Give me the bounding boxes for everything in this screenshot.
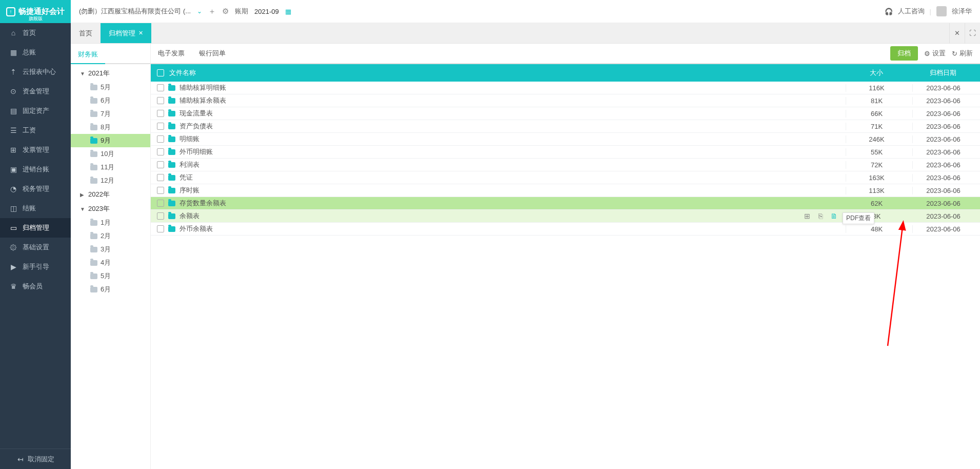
- gear-icon: ⚙: [924, 50, 930, 57]
- tab-close-all[interactable]: ✕: [949, 23, 965, 44]
- table-row[interactable]: 凭证 163K 2023-06-06: [151, 171, 980, 184]
- folder-icon: [90, 220, 97, 226]
- tree-month[interactable]: 6月: [71, 283, 150, 296]
- tree-year-2[interactable]: ▼2023年: [71, 202, 150, 216]
- support-icon[interactable]: 🎧: [885, 8, 893, 15]
- view-pdf-icon[interactable]: 🗎: [829, 211, 838, 221]
- row-checkbox[interactable]: [157, 187, 164, 194]
- refresh-button[interactable]: ↻刷新: [952, 49, 973, 58]
- sidebar-item-2[interactable]: ⇡云报表中心: [0, 62, 71, 82]
- row-checkbox[interactable]: [157, 212, 164, 220]
- tab-1[interactable]: 归档管理✕: [101, 23, 151, 43]
- cell-size: 113K: [846, 187, 907, 194]
- support-label[interactable]: 人工咨询: [898, 7, 925, 16]
- row-checkbox[interactable]: [157, 174, 164, 181]
- export-excel-icon[interactable]: ⊞: [803, 211, 812, 221]
- avatar[interactable]: [936, 6, 947, 16]
- table-row[interactable]: 现金流量表 66K 2023-06-06: [151, 107, 980, 120]
- subtab-0[interactable]: 财务账: [71, 46, 105, 63]
- tree-month[interactable]: 12月: [71, 174, 150, 187]
- add-icon[interactable]: ＋: [208, 7, 216, 16]
- sidebar-item-6[interactable]: ⊞发票管理: [0, 140, 71, 160]
- folder-icon: [90, 85, 97, 90]
- table-row[interactable]: 存货数量余额表 62K 2023-06-06: [151, 197, 980, 210]
- close-icon[interactable]: ✕: [138, 30, 143, 36]
- row-checkbox[interactable]: [157, 97, 164, 104]
- table-row[interactable]: 余额表 ⊞ ⎘ 🗎 PDF查看 3K 2023-06-06: [151, 210, 980, 223]
- folder-icon: [168, 111, 175, 116]
- file-name: 现金流量表: [179, 109, 213, 118]
- sidebar-item-1[interactable]: ▦总账: [0, 43, 71, 62]
- subtab-1[interactable]: 电子发票: [151, 45, 192, 62]
- sidebar-item-10[interactable]: ▭归档管理: [0, 218, 71, 238]
- settings-button[interactable]: ⚙设置: [924, 49, 946, 58]
- folder-icon: [168, 149, 175, 155]
- tab-fullscreen[interactable]: ⛶: [965, 23, 980, 44]
- tree-month[interactable]: 7月: [71, 107, 150, 121]
- tree-month[interactable]: 1月: [71, 216, 150, 229]
- table-row[interactable]: 辅助核算余额表 81K 2023-06-06: [151, 94, 980, 107]
- tree-month[interactable]: 5月: [71, 81, 150, 94]
- year-label: 2021年: [88, 69, 110, 78]
- sidebar-item-9[interactable]: ◫结账: [0, 199, 71, 218]
- archive-button[interactable]: 归档: [890, 46, 918, 61]
- calendar-icon[interactable]: ▦: [285, 8, 291, 15]
- tree-year-0[interactable]: ▼2021年: [71, 66, 150, 81]
- sidebar-item-0[interactable]: ⌂首页: [0, 23, 71, 43]
- tree-month[interactable]: 6月: [71, 94, 150, 107]
- row-checkbox[interactable]: [157, 225, 164, 232]
- refresh-icon: ↻: [952, 50, 957, 57]
- tree-month[interactable]: 3月: [71, 243, 150, 256]
- tab-0[interactable]: 首页: [71, 23, 101, 43]
- tree-panel: 财务账 ▼2021年5月6月7月8月9月10月11月12月▶2022年▼2023…: [71, 44, 151, 469]
- cell-date: 2023-06-06: [912, 225, 974, 233]
- brand-edition: 旗舰版: [29, 15, 43, 22]
- tree-month[interactable]: 11月: [71, 161, 150, 174]
- row-checkbox[interactable]: [157, 84, 164, 91]
- period-value[interactable]: 2021-09: [254, 8, 279, 15]
- brand-logo[interactable]: 畅捷通好会计 旗舰版: [0, 0, 71, 23]
- nav-label: 畅会员: [23, 282, 43, 291]
- tree-month[interactable]: 2月: [71, 229, 150, 243]
- export-pdf-icon[interactable]: ⎘: [816, 211, 825, 221]
- row-checkbox[interactable]: [157, 148, 164, 155]
- sidebar-item-8[interactable]: ◔税务管理: [0, 179, 71, 199]
- company-chevron-icon[interactable]: ⌄: [197, 8, 202, 15]
- sidebar-item-7[interactable]: ▣进销台账: [0, 160, 71, 179]
- row-actions: ⊞ ⎘ 🗎 PDF查看: [803, 211, 838, 221]
- user-name[interactable]: 徐泽华: [952, 7, 972, 16]
- table-row[interactable]: 资产负债表 71K 2023-06-06: [151, 120, 980, 133]
- month-label: 8月: [101, 123, 111, 132]
- table-row[interactable]: 辅助核算明细账 116K 2023-06-06: [151, 82, 980, 94]
- table-row[interactable]: 外币余额表 48K 2023-06-06: [151, 223, 980, 236]
- sidebar-item-11[interactable]: ۞基础设置: [0, 238, 71, 257]
- sidebar-item-5[interactable]: ☰工资: [0, 121, 71, 140]
- tree-year-1[interactable]: ▶2022年: [71, 187, 150, 202]
- col-date: 归档日期: [912, 68, 974, 77]
- sidebar-item-13[interactable]: ♛畅会员: [0, 277, 71, 296]
- row-checkbox[interactable]: [157, 161, 164, 168]
- row-checkbox[interactable]: [157, 135, 164, 143]
- table-row[interactable]: 序时账 113K 2023-06-06: [151, 184, 980, 197]
- table-row[interactable]: 明细账 246K 2023-06-06: [151, 133, 980, 146]
- sidebar-item-12[interactable]: ▶新手引导: [0, 257, 71, 277]
- tree-month[interactable]: 5月: [71, 269, 150, 283]
- row-checkbox[interactable]: [157, 123, 164, 130]
- tree-month[interactable]: 8月: [71, 121, 150, 134]
- sidebar-collapse[interactable]: ↤ 取消固定: [0, 448, 71, 469]
- nav-label: 总账: [23, 48, 36, 57]
- sidebar-item-4[interactable]: ▤固定资产: [0, 101, 71, 121]
- row-checkbox[interactable]: [157, 200, 164, 207]
- select-all-checkbox[interactable]: [157, 69, 164, 76]
- company-selector[interactable]: (勿删）江西服宝精品有限责任公司 (...: [79, 7, 191, 16]
- table-row[interactable]: 利润表 72K 2023-06-06: [151, 159, 980, 171]
- sidebar-item-3[interactable]: ⊙资金管理: [0, 82, 71, 101]
- tree-month[interactable]: 9月: [71, 134, 150, 147]
- table-row[interactable]: 外币明细账 55K 2023-06-06: [151, 146, 980, 159]
- row-checkbox[interactable]: [157, 110, 164, 117]
- subtab-2[interactable]: 银行回单: [192, 45, 233, 62]
- tree-month[interactable]: 4月: [71, 256, 150, 269]
- gear-icon[interactable]: ⚙: [222, 7, 229, 16]
- tree-month[interactable]: 10月: [71, 147, 150, 161]
- nav-icon: ⌂: [9, 29, 17, 37]
